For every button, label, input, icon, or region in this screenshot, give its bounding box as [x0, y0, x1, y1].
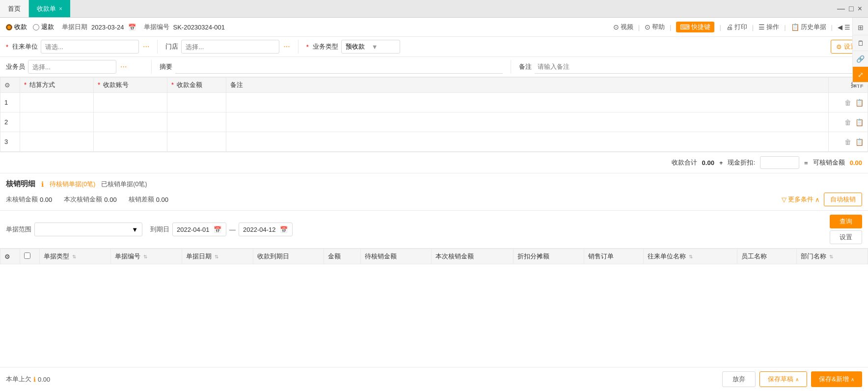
- sidebar-grid-icon[interactable]: ⊞: [853, 20, 868, 35]
- minimize-icon[interactable]: —: [837, 4, 845, 13]
- range-label: 单据范围: [6, 225, 31, 234]
- row2-account[interactable]: [94, 112, 167, 132]
- row2-settlement[interactable]: [20, 112, 94, 132]
- pending-tab[interactable]: 待核销单据(0笔): [50, 180, 95, 189]
- auto-verify-button[interactable]: 自动核销: [824, 193, 862, 206]
- date-separator: —: [229, 226, 236, 233]
- save-new-dropdown-icon: ∧: [851, 377, 854, 382]
- unverified-stat: 未核销金额 0.00: [6, 195, 52, 204]
- date-to-input[interactable]: 2022-04-12 📅: [239, 223, 293, 236]
- row3-amount[interactable]: [167, 132, 226, 152]
- diff-value: 0.00: [156, 196, 168, 203]
- vtcol-amount: 金额: [324, 249, 360, 264]
- select-all-checkbox[interactable]: [24, 252, 30, 259]
- discard-button[interactable]: 放弃: [722, 371, 756, 387]
- business-type-select[interactable]: 预收款 ▼: [341, 40, 400, 54]
- store-more-icon[interactable]: ···: [283, 42, 290, 51]
- shortcut-label: 快捷键: [691, 23, 710, 31]
- row1-amount[interactable]: [167, 93, 226, 112]
- sort-date-icon[interactable]: ⇅: [215, 254, 218, 259]
- sort-counterpart-icon[interactable]: ⇅: [689, 254, 693, 259]
- row2-remark[interactable]: [226, 112, 829, 132]
- shortcut-action[interactable]: ⌨ 快捷键: [676, 22, 714, 32]
- row1-settlement[interactable]: [20, 93, 94, 112]
- discount-input[interactable]: [760, 156, 799, 169]
- radio-collection-label: 收款: [14, 23, 27, 31]
- radio-collection[interactable]: 收款: [6, 23, 27, 31]
- unverified-label: 未核销金额: [6, 195, 38, 204]
- row3-remark[interactable]: [226, 132, 829, 152]
- filter-settings-button[interactable]: 设置: [830, 230, 862, 244]
- vtcol-discount: 折扣分摊额: [514, 249, 584, 264]
- radio-group: 收款 退款: [6, 23, 54, 31]
- video-action[interactable]: ⊙ 视频: [613, 23, 633, 31]
- business-type-label: 业务类型: [313, 42, 338, 51]
- date-from-input[interactable]: 2022-04-01 📅: [172, 223, 226, 236]
- history-icon: 📋: [791, 23, 799, 31]
- radio-refund-label: 退款: [41, 23, 54, 31]
- operations-action[interactable]: ☰ 操作: [759, 23, 779, 31]
- table-gear-icon[interactable]: ⚙: [4, 82, 10, 89]
- delete-row3-icon[interactable]: 🗑: [844, 138, 851, 146]
- close-tab-icon[interactable]: ×: [59, 5, 62, 12]
- copy-row1-icon[interactable]: 📋: [855, 99, 864, 107]
- row1-account[interactable]: [94, 93, 167, 112]
- vtable-gear-icon[interactable]: ⚙: [4, 253, 10, 260]
- list-view-icon[interactable]: ☰: [844, 24, 850, 31]
- store-field: 门店 ···: [165, 40, 290, 54]
- amount-header: 收款金额: [177, 81, 202, 88]
- counterpart-more-icon[interactable]: ···: [143, 42, 149, 51]
- row1-remark[interactable]: [226, 93, 829, 112]
- row3-settlement[interactable]: [20, 132, 94, 152]
- sidebar-expand-icon[interactable]: ⤢: [853, 67, 868, 83]
- sort-dept-icon[interactable]: ⇅: [829, 254, 833, 259]
- more-conditions-btn[interactable]: ▽ 更多条件 ∧: [782, 195, 820, 204]
- sort-number-icon[interactable]: ⇅: [143, 254, 147, 259]
- maximize-icon[interactable]: □: [849, 4, 854, 13]
- form-row-2: 业务员 ··· 摘要 备注: [0, 57, 868, 77]
- print-action[interactable]: 🖨 打印: [726, 23, 747, 31]
- row3-index: 3: [0, 132, 20, 152]
- help-action[interactable]: ⊙ 帮助: [645, 23, 665, 31]
- history-action[interactable]: 📋 历史单据: [791, 23, 826, 31]
- summary-label: 摘要: [160, 62, 172, 71]
- save-new-label: 保存&新增: [819, 375, 849, 384]
- close-window-icon[interactable]: ×: [858, 4, 862, 13]
- diff-label: 核销差额: [129, 195, 154, 204]
- verify-info-icon[interactable]: ℹ: [41, 180, 44, 188]
- save-new-button[interactable]: 保存&新增 ∧: [811, 371, 862, 387]
- delete-row1-icon[interactable]: 🗑: [844, 99, 851, 107]
- verified-tab[interactable]: 已核销单据(0笔): [101, 180, 147, 189]
- pending-count: 0笔: [83, 180, 93, 188]
- remark-input[interactable]: [535, 60, 862, 74]
- counterpart-input[interactable]: [41, 40, 139, 54]
- row2-amount[interactable]: [167, 112, 226, 132]
- query-button[interactable]: 查询: [830, 215, 862, 228]
- save-draft-button[interactable]: 保存草稿 ∧: [760, 371, 807, 387]
- copy-row2-icon[interactable]: 📋: [855, 118, 864, 126]
- current-label: 本次核销金额: [64, 195, 102, 204]
- tab-active[interactable]: 收款单 ×: [29, 0, 70, 17]
- prev-icon[interactable]: ◀: [838, 24, 842, 31]
- verify-table-wrapper[interactable]: ⚙ 单据类型 ⇅ 单据编号 ⇅: [0, 249, 868, 363]
- bottom-info-icon[interactable]: ℹ: [33, 376, 36, 383]
- copy-row3-icon[interactable]: 📋: [855, 138, 864, 146]
- sidebar-table-icon[interactable]: 🗒: [853, 35, 868, 51]
- sidebar-attachment-icon[interactable]: 🔗: [853, 51, 868, 67]
- store-input[interactable]: [181, 40, 279, 54]
- calendar-icon[interactable]: 📅: [128, 24, 136, 31]
- range-select[interactable]: ▼: [34, 223, 142, 236]
- sort-type-icon[interactable]: ⇅: [72, 254, 76, 259]
- bottom-bar: 本单上欠 ℹ 0.00 放弃 保存草稿 ∧ 保存&新增 ∧: [0, 367, 868, 391]
- collection-total-value: 0.00: [702, 159, 714, 167]
- verify-actions: ▽ 更多条件 ∧ 自动核销: [782, 193, 862, 206]
- summary-input[interactable]: [175, 60, 503, 74]
- range-field: 单据范围 ▼: [6, 223, 142, 236]
- row3-account[interactable]: [94, 132, 167, 152]
- radio-refund[interactable]: 退款: [33, 23, 54, 31]
- staff-more-icon[interactable]: ···: [120, 62, 127, 71]
- row2-index: 2: [0, 112, 20, 132]
- tab-home[interactable]: 首页: [0, 0, 29, 17]
- staff-input[interactable]: [28, 60, 116, 74]
- delete-row2-icon[interactable]: 🗑: [844, 118, 851, 126]
